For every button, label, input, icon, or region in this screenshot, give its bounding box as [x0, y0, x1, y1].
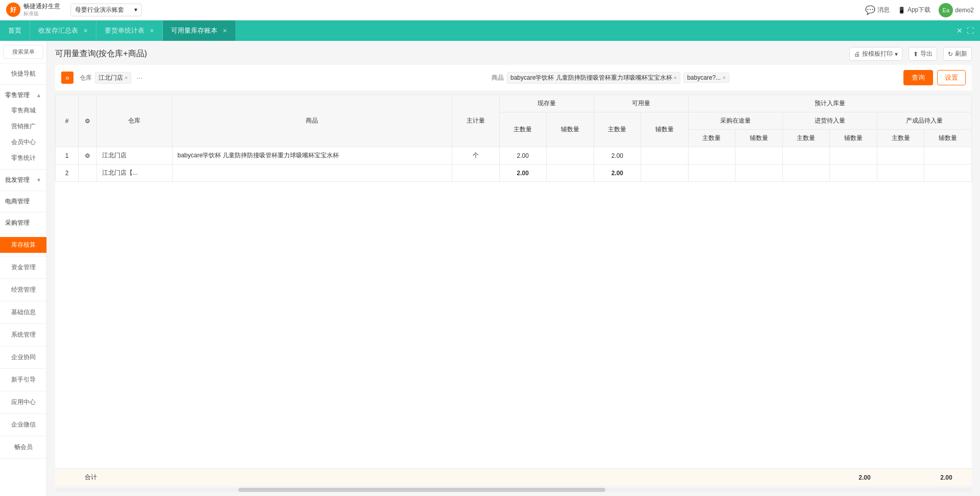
- sidebar-item-appstore[interactable]: 应用中心: [0, 394, 46, 410]
- cell-purchase-main-1: [688, 147, 736, 164]
- warehouse-tag-close[interactable]: ×: [125, 75, 128, 81]
- tab-available-stock-label: 可用量库存账本: [171, 26, 217, 35]
- sidebar-section-wholesale: 批发管理 ▼: [0, 170, 46, 191]
- top-bar: 好 畅捷通好生意 标准版 母婴行业演示账套 ▾ 💬 消息 📱 App下载 Ea …: [0, 0, 980, 20]
- chevron-down-icon: ▾: [134, 6, 137, 13]
- sidebar-section-ecom-header[interactable]: 电商管理: [0, 194, 46, 209]
- sidebar-item-finance[interactable]: 资金管理: [0, 259, 46, 275]
- cell-gear-2[interactable]: [78, 164, 96, 182]
- sidebar-section-wecom: 企业微信: [0, 414, 46, 436]
- product-tag2-close[interactable]: ×: [722, 75, 725, 81]
- tab-available-stock-close[interactable]: ✕: [223, 28, 227, 34]
- setting-button[interactable]: 设置: [937, 70, 966, 85]
- app-download-label: App下载: [908, 6, 930, 14]
- export-button[interactable]: ⬆ 导出: [909, 47, 937, 61]
- chevron-down-icon: ▼: [36, 177, 41, 183]
- cell-index-1: 1: [56, 147, 79, 164]
- cell-production-main-2: [877, 164, 924, 182]
- th-purchase-aux: 辅数量: [736, 130, 783, 147]
- th-avail-main: 主数量: [594, 112, 641, 147]
- table-footer: 合计 2.00 2.00: [55, 468, 972, 486]
- sidebar-section-retail: 零售管理 ▲ 零售商城 营销推广 会员中心 零售统计: [0, 85, 46, 170]
- export-icon: ⬆: [913, 51, 918, 58]
- warehouse-filter-tag[interactable]: 江北门店 ×: [95, 72, 131, 84]
- cell-incoming-main-1: [782, 147, 830, 164]
- sidebar-section-wholesale-label: 批发管理: [5, 176, 30, 184]
- sidebar-section-basic: 基础信息: [0, 301, 46, 324]
- tab-available-stock[interactable]: 可用量库存账本 ✕: [163, 20, 236, 41]
- sidebar-section-system: 系统管理: [0, 324, 46, 346]
- download-icon: 📱: [898, 7, 905, 14]
- sidebar-item-marketing[interactable]: 营销推广: [0, 119, 46, 134]
- product-tag1-text: babycare学饮杯 儿童防摔防撞吸管杯重力球吸嘴杯宝宝水杯: [510, 74, 672, 82]
- cell-index-2: 2: [56, 164, 79, 182]
- sidebar-item-retail-stats[interactable]: 零售统计: [0, 150, 46, 166]
- cell-incoming-aux-2: [830, 164, 877, 182]
- query-button[interactable]: 查询: [903, 70, 933, 85]
- sidebar-item-vip[interactable]: 畅会员: [0, 439, 46, 455]
- sidebar-section-inventory: 库存核算: [0, 234, 46, 256]
- sidebar-item-members[interactable]: 会员中心: [0, 134, 46, 150]
- sidebar-item-system[interactable]: 系统管理: [0, 327, 46, 343]
- cell-incoming-aux-1: [830, 147, 877, 164]
- cell-unit-1: 个: [452, 147, 499, 164]
- page-header: 可用量查询(按仓库+商品) 🖨 按模板打印 ▾ ⬆ 导出 ↻ 刷新: [47, 41, 980, 65]
- th-gear: ⚙: [78, 95, 96, 147]
- sidebar-item-basic[interactable]: 基础信息: [0, 304, 46, 320]
- tab-order-stats[interactable]: 要货单统计表 ✕: [96, 20, 163, 41]
- sidebar-section-retail-header[interactable]: 零售管理 ▲: [0, 88, 46, 103]
- tab-order-stats-close[interactable]: ✕: [150, 28, 154, 34]
- search-menu-button[interactable]: 搜索菜单: [3, 45, 43, 59]
- sidebar-item-operations[interactable]: 经营管理: [0, 282, 46, 298]
- sidebar-item-wecom[interactable]: 企业微信: [0, 417, 46, 433]
- filter-toggle-button[interactable]: »: [61, 72, 74, 84]
- quick-nav-button[interactable]: 快捷导航: [0, 66, 46, 81]
- cell-warehouse-1: 江北门店: [96, 147, 172, 164]
- sidebar-section-ecom-label: 电商管理: [5, 197, 30, 206]
- industry-selector[interactable]: 母婴行业演示账套 ▾: [70, 4, 142, 16]
- tab-receivables[interactable]: 收发存汇总表 ✕: [30, 20, 96, 41]
- sidebar-item-newbie[interactable]: 新手引导: [0, 372, 46, 388]
- print-button[interactable]: 🖨 按模板打印 ▾: [849, 47, 902, 61]
- product-filter-tag1[interactable]: babycare学饮杯 儿童防摔防撞吸管杯重力球吸嘴杯宝宝水杯 ×: [507, 72, 680, 84]
- user-area[interactable]: Ea demo2: [939, 3, 974, 17]
- refresh-button[interactable]: ↻ 刷新: [943, 47, 972, 61]
- tab-home[interactable]: 首页: [0, 20, 30, 41]
- th-current-stock-group: 现存量: [499, 95, 594, 112]
- sidebar-section-wholesale-header[interactable]: 批发管理 ▼: [0, 173, 46, 187]
- message-icon: 💬: [865, 5, 875, 15]
- sidebar-nav: 快捷导航: [0, 63, 46, 85]
- close-window-icon[interactable]: ✕: [957, 27, 963, 35]
- table-row: 2 江北门店【... 2.00 2.00: [56, 164, 972, 182]
- cell-avail-aux-2: [641, 164, 689, 182]
- product-tag1-close[interactable]: ×: [674, 75, 677, 81]
- refresh-icon: ↻: [948, 51, 953, 58]
- maximize-window-icon[interactable]: ⛶: [967, 27, 974, 35]
- cell-production-main-1: [877, 147, 924, 164]
- sidebar-section-purchase-header[interactable]: 采购管理: [0, 216, 46, 230]
- cell-unit-2: [452, 164, 499, 182]
- th-stock-main: 主数量: [499, 112, 547, 147]
- horizontal-scrollbar[interactable]: [55, 488, 972, 492]
- cell-product-2: [172, 164, 452, 182]
- cell-purchase-aux-2: [736, 164, 783, 182]
- sidebar-section-purchase: 采购管理: [0, 212, 46, 234]
- message-action[interactable]: 💬 消息: [865, 5, 890, 15]
- app-download-action[interactable]: 📱 App下载: [898, 6, 930, 14]
- th-stock-aux: 辅数量: [547, 112, 594, 147]
- table-container: # ⚙ 仓库 商品 主计量 现存量 可用量 预计入库量 主数量 辅数量 主数量 …: [55, 95, 972, 468]
- cell-incoming-main-2: [782, 164, 830, 182]
- sidebar-item-corp[interactable]: 企业协同: [0, 349, 46, 365]
- sidebar-item-inventory[interactable]: 库存核算: [0, 237, 46, 253]
- tab-receivables-close[interactable]: ✕: [83, 28, 88, 34]
- cell-stock-main-1: 2.00: [499, 147, 547, 164]
- product-filter-tag2[interactable]: babycare?... ×: [683, 73, 729, 83]
- sidebar-item-retail-mall[interactable]: 零售商城: [0, 103, 46, 119]
- username: demo2: [955, 7, 974, 14]
- cell-product-1: babycare学饮杯 儿童防摔防撞吸管杯重力球吸嘴杯宝宝水杯: [172, 147, 452, 164]
- th-purchase-main: 主数量: [688, 130, 736, 147]
- warehouse-filter-more[interactable]: ···: [134, 74, 144, 82]
- cell-gear-1[interactable]: ⚙: [78, 147, 96, 164]
- th-warehouse: 仓库: [96, 95, 172, 147]
- avatar: Ea: [939, 3, 953, 17]
